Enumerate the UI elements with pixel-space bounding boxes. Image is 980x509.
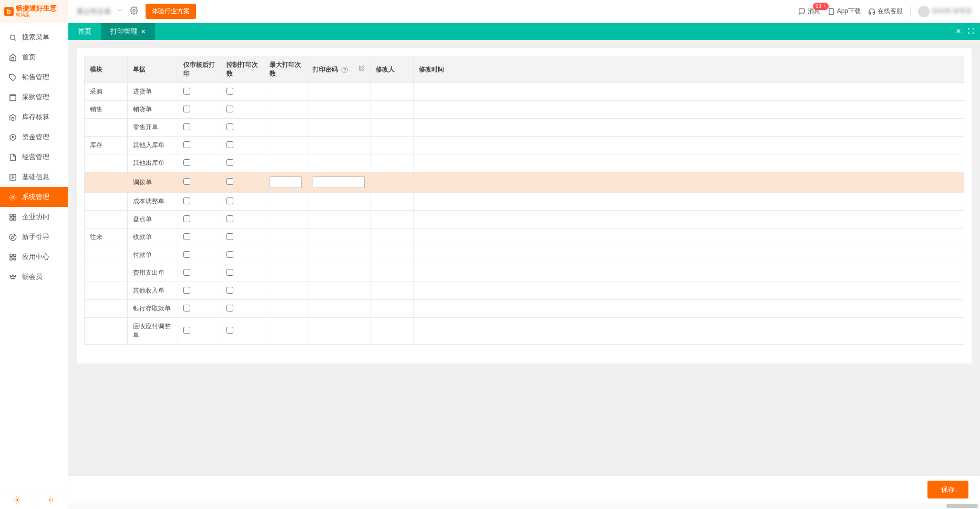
tab-0[interactable]: 首页 xyxy=(68,23,101,40)
doc-icon xyxy=(8,153,17,161)
logo[interactable]: b 畅捷通好生意 精简版 xyxy=(0,0,68,23)
cell-limit-count xyxy=(221,300,264,318)
cell-audit-only xyxy=(178,264,221,282)
limit-count-checkbox[interactable] xyxy=(226,141,233,148)
sidebar-settings-button[interactable] xyxy=(0,491,34,509)
audit-only-checkbox[interactable] xyxy=(183,141,190,148)
chevron-down-icon[interactable]: ﹀ xyxy=(117,7,123,16)
col-module: 模块 xyxy=(85,56,128,83)
cell-audit-only xyxy=(178,193,221,211)
close-all-tabs-icon[interactable] xyxy=(955,27,962,36)
table-row: 银行存取款单 xyxy=(85,300,964,318)
sidebar-item-12[interactable]: 畅会员 xyxy=(0,267,68,287)
support-button[interactable]: 在线客服 xyxy=(868,7,903,16)
audit-only-checkbox[interactable] xyxy=(183,198,190,204)
audit-only-checkbox[interactable] xyxy=(183,159,190,166)
sidebar-item-7[interactable]: 基础信息 xyxy=(0,167,68,187)
sidebar-item-label: 搜索菜单 xyxy=(22,33,49,42)
limit-count-checkbox[interactable] xyxy=(226,123,233,130)
audit-only-checkbox[interactable] xyxy=(183,106,190,112)
cell-audit-only xyxy=(178,101,221,119)
sidebar-item-0[interactable]: 搜索菜单 xyxy=(0,27,68,47)
cell-limit-count xyxy=(221,228,264,246)
save-button[interactable]: 保存 xyxy=(927,481,968,498)
max-count-input[interactable] xyxy=(270,176,302,188)
sidebar-item-10[interactable]: 新手引导 xyxy=(0,227,68,247)
headset-icon xyxy=(868,8,875,15)
sidebar-item-9[interactable]: 企业协同 xyxy=(0,207,68,227)
limit-count-checkbox[interactable] xyxy=(226,159,233,166)
audit-only-checkbox[interactable] xyxy=(183,269,190,276)
sidebar-item-4[interactable]: 库存核算 xyxy=(0,107,68,127)
sidebar-item-label: 经营管理 xyxy=(22,152,49,162)
audit-only-checkbox[interactable] xyxy=(183,123,190,130)
sidebar-item-label: 企业协同 xyxy=(22,212,49,222)
limit-count-checkbox[interactable] xyxy=(226,287,233,294)
limit-count-checkbox[interactable] xyxy=(226,88,233,95)
audit-only-checkbox[interactable] xyxy=(183,233,190,240)
sidebar-item-2[interactable]: 销售管理 xyxy=(0,67,68,87)
svg-rect-16 xyxy=(9,217,12,220)
cell-limit-count xyxy=(221,264,264,282)
sidebar-item-3[interactable]: 采购管理 xyxy=(0,87,68,107)
cell-password xyxy=(307,246,370,264)
help-icon[interactable]: ? xyxy=(342,67,348,73)
audit-only-checkbox[interactable] xyxy=(183,178,190,185)
sidebar-item-label: 畅会员 xyxy=(22,272,43,282)
cell-password xyxy=(307,264,370,282)
tab-1[interactable]: 打印管理✕ xyxy=(101,23,155,40)
cell-limit-count xyxy=(221,211,264,228)
cell-modified-at xyxy=(414,119,964,137)
audit-only-checkbox[interactable] xyxy=(183,327,190,334)
sidebar-item-label: 系统管理 xyxy=(22,192,49,202)
edit-password-icon[interactable] xyxy=(358,65,365,73)
cell-max-count xyxy=(264,211,307,228)
cta-button[interactable]: 体验行业方案 xyxy=(146,4,196,19)
cell-modified-at xyxy=(414,300,964,318)
audit-only-checkbox[interactable] xyxy=(183,287,190,294)
limit-count-checkbox[interactable] xyxy=(226,233,233,240)
messages-button[interactable]: 消息 99 + xyxy=(798,7,820,16)
limit-count-checkbox[interactable] xyxy=(226,327,233,334)
audit-only-checkbox[interactable] xyxy=(183,88,190,95)
cell-limit-count xyxy=(221,101,264,119)
limit-count-checkbox[interactable] xyxy=(226,251,233,258)
sidebar-collapse-button[interactable] xyxy=(34,491,68,509)
close-icon[interactable]: ✕ xyxy=(141,28,146,35)
cell-bill: 销货单 xyxy=(128,101,178,119)
audit-only-checkbox[interactable] xyxy=(183,305,190,311)
limit-count-checkbox[interactable] xyxy=(226,215,233,222)
user-menu[interactable]: 张经理-管理员 xyxy=(918,6,972,17)
limit-count-checkbox[interactable] xyxy=(226,178,233,185)
sidebar-item-label: 库存核算 xyxy=(22,112,49,122)
fullscreen-icon[interactable] xyxy=(967,27,975,36)
horizontal-scrollbar[interactable] xyxy=(68,503,980,509)
table-row: 应收应付调整单 xyxy=(85,318,964,345)
sidebar-item-1[interactable]: 首页 xyxy=(0,47,68,67)
org-settings-icon[interactable] xyxy=(130,6,138,16)
tab-label: 首页 xyxy=(78,27,91,36)
password-input[interactable] xyxy=(313,176,365,188)
limit-count-checkbox[interactable] xyxy=(226,106,233,112)
col-max-count: 最大打印次数 xyxy=(264,56,307,83)
compass-icon xyxy=(8,233,17,241)
audit-only-checkbox[interactable] xyxy=(183,251,190,258)
cell-module: 往来 xyxy=(85,228,128,246)
info-icon xyxy=(8,173,17,181)
topbar: b 畅捷通好生意 精简版 某公司主体 ﹀ 体验行业方案 消息 99 + App下… xyxy=(0,0,980,23)
message-icon xyxy=(798,8,806,15)
limit-count-checkbox[interactable] xyxy=(226,305,233,311)
cell-audit-only xyxy=(178,137,221,154)
audit-only-checkbox[interactable] xyxy=(183,215,190,222)
app-download-button[interactable]: App下载 xyxy=(828,7,861,16)
sidebar-item-8[interactable]: 系统管理 xyxy=(0,187,68,207)
org-selector[interactable]: 某公司主体 xyxy=(77,7,111,16)
cell-limit-count xyxy=(221,83,264,101)
sidebar-item-6[interactable]: 经营管理 xyxy=(0,147,68,167)
limit-count-checkbox[interactable] xyxy=(226,198,233,204)
sidebar-item-5[interactable]: 资金管理 xyxy=(0,127,68,147)
limit-count-checkbox[interactable] xyxy=(226,269,233,276)
sidebar-item-11[interactable]: 应用中心 xyxy=(0,247,68,267)
table-row: 其他收入单 xyxy=(85,282,964,300)
svg-rect-21 xyxy=(13,254,15,256)
